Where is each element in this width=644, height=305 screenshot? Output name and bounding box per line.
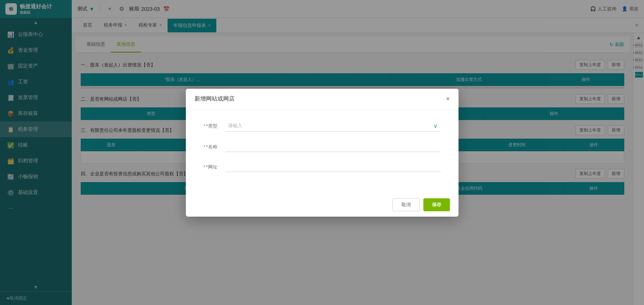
dialog-field-url: **网址 bbox=[204, 162, 441, 172]
name-input[interactable] bbox=[225, 142, 441, 152]
dialog-add-website: 新增网站或网店 × **类型 请输入 ∨ **名称 bbox=[186, 89, 459, 217]
required-asterisk3: * bbox=[204, 164, 206, 170]
dialog-url-label: **网址 bbox=[204, 164, 222, 170]
dialog-name-label: **名称 bbox=[204, 144, 222, 150]
dialog-title: 新增网站或网店 bbox=[194, 95, 235, 103]
required-asterisk: * bbox=[204, 123, 206, 129]
modal-overlay: 新增网站或网店 × **类型 请输入 ∨ **名称 bbox=[0, 0, 644, 305]
save-button[interactable]: 保存 bbox=[423, 198, 450, 211]
chevron-down-icon: ∨ bbox=[433, 123, 438, 129]
dialog-field-type: **类型 请输入 ∨ bbox=[204, 120, 441, 132]
cancel-button[interactable]: 取消 bbox=[392, 198, 420, 211]
url-input[interactable] bbox=[225, 162, 441, 172]
required-asterisk2: * bbox=[204, 144, 206, 149]
type-placeholder: 请输入 bbox=[228, 123, 242, 129]
dialog-footer: 取消 保存 bbox=[186, 193, 459, 217]
dialog-header: 新增网站或网店 × bbox=[186, 89, 459, 110]
type-select[interactable]: 请输入 ∨ bbox=[225, 120, 441, 132]
dialog-close-button[interactable]: × bbox=[446, 96, 450, 102]
dialog-type-label: **类型 bbox=[204, 123, 222, 129]
dialog-body: **类型 请输入 ∨ **名称 **网址 bbox=[186, 110, 459, 193]
dialog-field-name: **名称 bbox=[204, 142, 441, 152]
